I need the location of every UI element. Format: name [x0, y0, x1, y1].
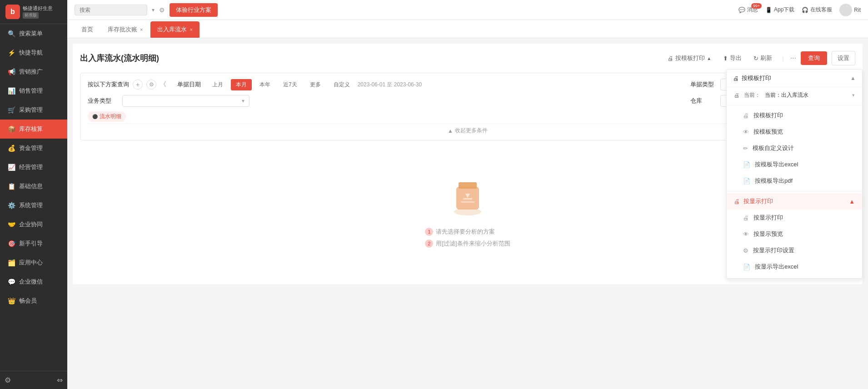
app-download-btn[interactable]: 📱 App下载 — [765, 6, 794, 14]
tab-close-flow[interactable]: × — [190, 27, 192, 32]
date-range: 2023-06-01 至 2023-06-30 — [358, 81, 422, 89]
sidebar-icon-purchase: 🛒 — [7, 106, 15, 114]
sidebar-label-inventory: 库存核算 — [19, 125, 43, 133]
sidebar-item-operation[interactable]: 📈 经营管理 — [0, 158, 67, 177]
date-tag-近7天[interactable]: 近7天 — [278, 79, 302, 90]
sub-filter-tag[interactable]: ⚫ 流水明细 — [88, 111, 126, 122]
filter-config-btn[interactable]: ⚙ — [146, 80, 156, 90]
sidebar-icon-basic: 📋 — [7, 182, 15, 190]
app-download-icon: 📱 — [765, 7, 772, 13]
empty-icon — [445, 173, 490, 219]
tab-batch[interactable]: 库存批次账× — [101, 21, 150, 38]
tab-flow[interactable]: 出入库流水× — [150, 21, 199, 38]
display-print-section-icon: 🖨 — [734, 198, 740, 205]
user-avatar-btn[interactable]: Rit — [839, 4, 861, 16]
filter-title: 按以下方案查询 — [88, 80, 129, 89]
sidebar-item-member[interactable]: 👑 畅会员 — [0, 291, 67, 310]
current-chevron-icon[interactable]: ▾ — [852, 92, 855, 98]
sidebar-label-system: 系统管理 — [19, 201, 43, 209]
sidebar-icon-system: ⚙️ — [7, 201, 15, 209]
dropdown-item-display-preview[interactable]: 👁 按显示预览 — [727, 226, 862, 242]
display-print-section-header[interactable]: 🖨 按显示打印 ▲ — [727, 193, 862, 209]
template-print-btn[interactable]: 🖨 按模板打印 ▲ — [664, 52, 715, 64]
date-tag-更多[interactable]: 更多 — [305, 79, 326, 90]
sidebar-item-collab[interactable]: 🤝 企业协同 — [0, 215, 67, 234]
business-type-select[interactable]: ▾ — [122, 95, 249, 107]
sidebar-logo: b 畅捷通好生意 标准版 — [0, 0, 67, 24]
template-custom-icon: ✏ — [743, 145, 748, 152]
settings-icon[interactable]: ⚙ — [5, 376, 11, 384]
template-preview-icon: 👁 — [743, 129, 749, 135]
main-area: ▾ ⚙ 体验行业方案 💬 消息 99+ 📱 App下载 🎧 在线客服 Rit — [67, 0, 868, 389]
dropdown-item-template-pdf[interactable]: 📄 按模板导出pdf — [727, 173, 862, 189]
search-input[interactable] — [75, 5, 147, 15]
tabbar: 首页库存批次账×出入库流水× — [67, 20, 868, 38]
sidebar-icon-finance: 💰 — [7, 144, 15, 152]
search-chevron-icon[interactable]: ▾ — [152, 7, 155, 13]
refresh-icon: ↻ — [753, 55, 758, 62]
sidebar-item-system[interactable]: ⚙️ 系统管理 — [0, 196, 67, 215]
dropdown-scroll: 🖨 当前： 当前：出入库流水 ▾ 🖨 按模板打印 👁 按模板预览 — [727, 87, 862, 278]
sidebar-item-marketing[interactable]: 📢 营销推广 — [0, 62, 67, 81]
query-btn[interactable]: 查询 — [801, 51, 827, 65]
sidebar-item-guide[interactable]: 🎯 新手引导 — [0, 234, 67, 253]
warehouse-label: 仓库 — [690, 97, 718, 105]
sidebar-item-wechat[interactable]: 💬 企业微信 — [0, 272, 67, 291]
sidebar-icon-quick: ⚡ — [7, 49, 15, 57]
sidebar-label-basic: 基础信息 — [19, 182, 43, 190]
template-print-icon: 🖨 — [743, 112, 749, 119]
tab-home[interactable]: 首页 — [75, 21, 100, 38]
date-tag-自定义[interactable]: 自定义 — [329, 79, 355, 90]
page-title: 出入库流水(流水明细) — [80, 53, 159, 64]
refresh-btn[interactable]: ↻ 刷新 — [750, 52, 776, 64]
arrow-up-icon: ▲ — [707, 56, 711, 61]
sub-filter-icon: ⚫ — [92, 114, 98, 119]
sidebar-icon-collab: 🤝 — [7, 220, 15, 229]
svg-rect-5 — [461, 201, 474, 203]
dropdown-item-display-print[interactable]: 🖨 按显示打印 — [727, 209, 862, 226]
settings-btn[interactable]: 设置 — [832, 51, 855, 65]
message-icon: 💬 — [738, 7, 745, 13]
date-tag-上月[interactable]: 上月 — [207, 79, 228, 90]
dropdown-item-template-excel[interactable]: 📄 按模板导出excel — [727, 156, 862, 173]
template-pdf-icon: 📄 — [743, 178, 750, 185]
export-btn[interactable]: ⬆ 导出 — [719, 52, 745, 64]
topbar-gear-icon[interactable]: ⚙ — [159, 6, 165, 14]
tab-close-batch[interactable]: × — [140, 27, 143, 32]
collapse-sidebar-icon[interactable]: ⇔ — [57, 376, 63, 384]
dropdown-item-template-print[interactable]: 🖨 按模板打印 — [727, 107, 862, 124]
sidebar-item-search[interactable]: 🔍 搜索菜单 — [0, 24, 67, 43]
dropdown-item-template-preview[interactable]: 👁 按模板预览 — [727, 124, 862, 140]
dropdown-item-display-pdf[interactable]: 📄 按显示导出pdf — [727, 275, 862, 278]
sidebar-item-quick[interactable]: ⚡ 快捷导航 — [0, 43, 67, 62]
sidebar-item-inventory[interactable]: 📦 库存核算 — [0, 120, 67, 139]
business-type-chevron-icon: ▾ — [242, 98, 244, 104]
business-type-label: 业务类型 — [88, 97, 115, 105]
online-service-btn[interactable]: 🎧 在线客服 — [802, 6, 832, 14]
sidebar-icon-marketing: 📢 — [7, 68, 15, 76]
sidebar-item-finance[interactable]: 💰 资金管理 — [0, 139, 67, 158]
filter-add-btn[interactable]: + — [133, 80, 143, 90]
dropdown-item-display-excel[interactable]: 📄 按显示导出excel — [727, 259, 862, 275]
more-actions-icon[interactable]: ··· — [790, 54, 796, 62]
chevron-up-icon: ▲ — [448, 128, 453, 134]
filter-collapse-icon[interactable]: 《 — [160, 80, 166, 89]
sidebar-item-basic[interactable]: 📋 基础信息 — [0, 177, 67, 196]
date-tag-本年[interactable]: 本年 — [254, 79, 275, 90]
display-print-icon: 🖨 — [743, 214, 749, 221]
sidebar-item-purchase[interactable]: 🛒 采购管理 — [0, 100, 67, 120]
sidebar-item-sales[interactable]: 📊 销售管理 — [0, 81, 67, 100]
page-actions: 🖨 按模板打印 ▲ ⬆ 导出 ↻ 刷新 | ··· 查询 设置 — [664, 51, 855, 65]
sidebar-label-operation: 经营管理 — [19, 163, 43, 171]
dropdown-collapse-icon[interactable]: ▲ — [850, 75, 856, 81]
tab-label-batch: 库存批次账 — [108, 25, 137, 34]
svg-rect-4 — [463, 198, 472, 199]
page: 出入库流水(流水明细) 🖨 按模板打印 ▲ ⬆ 导出 ↻ 刷新 — [73, 44, 863, 284]
sidebar-item-appstore[interactable]: 🗂️ 应用中心 — [0, 253, 67, 272]
topbar-left: ▾ ⚙ 体验行业方案 — [75, 3, 218, 17]
trial-btn[interactable]: 体验行业方案 — [170, 3, 218, 17]
date-tag-本月[interactable]: 本月 — [231, 79, 252, 90]
dropdown-item-template-custom[interactable]: ✏ 模板自定义设计 — [727, 140, 862, 156]
message-btn[interactable]: 💬 消息 99+ — [738, 6, 758, 14]
dropdown-item-display-print-settings[interactable]: ⚙ 按显示打印设置 — [727, 242, 862, 259]
